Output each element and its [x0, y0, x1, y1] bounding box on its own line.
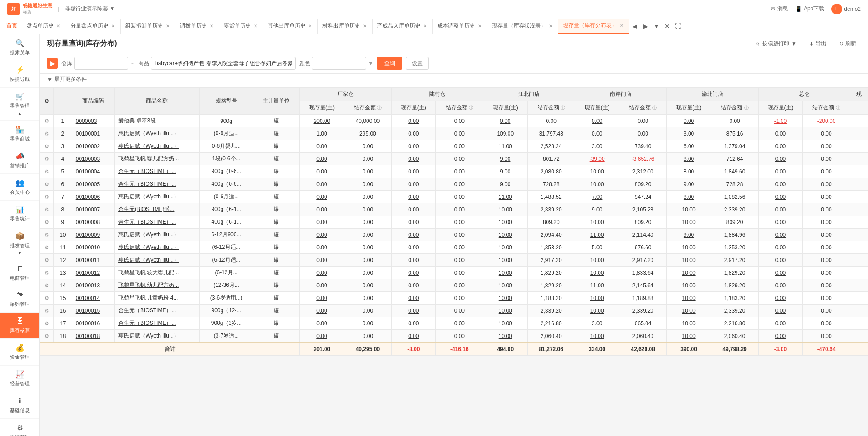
td-jb-qty[interactable]: 9.00: [483, 165, 528, 178]
td-l-qty[interactable]: 0.00: [392, 140, 436, 153]
td-name[interactable]: 合生元（BIOSTIME）...: [115, 165, 200, 178]
td-na-qty[interactable]: 9.00: [575, 203, 619, 216]
td-na-qty[interactable]: 3.00: [575, 140, 619, 153]
tab-fullscreen[interactable]: ⛶: [673, 21, 684, 32]
td-na-qty[interactable]: 0.00: [575, 127, 619, 140]
td-tz-qty[interactable]: -1.00: [759, 115, 803, 127]
td-l-qty[interactable]: 0.00: [392, 115, 436, 127]
td-yb-qty[interactable]: 10.00: [667, 317, 711, 330]
tab-close-10[interactable]: ✕: [548, 23, 553, 29]
expand-conditions-btn[interactable]: ▼ 展开更多条件: [47, 75, 861, 83]
td-f-qty[interactable]: 0.00: [300, 216, 344, 229]
td-l-qty[interactable]: 0.00: [392, 165, 436, 178]
tab-7[interactable]: 材料出库单历史 ✕: [318, 19, 373, 34]
td-jb-qty[interactable]: 0.00: [483, 115, 528, 127]
td-name[interactable]: 飞鹤星飞帆 婴儿配方奶...: [115, 153, 200, 165]
settings-btn[interactable]: 设置: [406, 57, 429, 70]
sidebar-item-inventory[interactable]: 🗄 库存核算: [0, 313, 39, 339]
tab-close-9[interactable]: ✕: [477, 23, 482, 29]
td-yb-qty[interactable]: 8.00: [667, 153, 711, 165]
tab-close-2[interactable]: ✕: [110, 23, 116, 29]
app-download-btn[interactable]: 📱 App下载: [795, 5, 824, 13]
td-tz-qty[interactable]: 0.00: [759, 178, 803, 191]
td-jb-qty[interactable]: 10.00: [483, 317, 528, 330]
td-jb-qty[interactable]: 109.00: [483, 127, 528, 140]
td-gear[interactable]: ⚙: [40, 203, 54, 216]
td-name[interactable]: 飞鹤星飞帆 幼儿配方奶...: [115, 279, 200, 292]
td-f-qty[interactable]: 0.00: [300, 267, 344, 279]
td-na-qty[interactable]: 11.00: [575, 229, 619, 241]
td-yb-qty[interactable]: 10.00: [667, 267, 711, 279]
td-l-qty[interactable]: 0.00: [392, 267, 436, 279]
td-gear[interactable]: ⚙: [40, 317, 54, 330]
td-yb-qty[interactable]: 10.00: [667, 305, 711, 317]
goods-input[interactable]: [151, 57, 296, 70]
td-yb-qty[interactable]: 10.00: [667, 216, 711, 229]
td-tz-qty[interactable]: 0.00: [759, 317, 803, 330]
td-na-qty[interactable]: 10.00: [575, 305, 619, 317]
td-l-qty[interactable]: 0.00: [392, 127, 436, 140]
td-tz-qty[interactable]: 0.00: [759, 216, 803, 229]
td-gear[interactable]: ⚙: [40, 216, 54, 229]
table-container[interactable]: ⚙ 商品编码 商品名称 规格型号 主计量单位 厂家仓 陆村仓 江北门店 南岸门店…: [40, 87, 868, 436]
td-l-qty[interactable]: 0.00: [392, 317, 436, 330]
tab-nav-menu[interactable]: ▼: [651, 21, 662, 32]
sidebar-item-retail-mall[interactable]: 🏪 零售商城: [0, 121, 39, 147]
tab-10[interactable]: 现存量（库存状况表） ✕: [487, 19, 558, 34]
td-f-qty[interactable]: 0.00: [300, 292, 344, 305]
sidebar-item-marketing[interactable]: 📣 营销推广: [0, 147, 39, 174]
sidebar-item-wholesale[interactable]: 📦 批发管理 ▼: [0, 227, 39, 260]
td-gear[interactable]: ⚙: [40, 127, 54, 140]
tab-close-4[interactable]: ✕: [209, 23, 214, 29]
td-code[interactable]: 00100004: [72, 165, 114, 178]
tab-5[interactable]: 要货单历史 ✕: [219, 19, 263, 34]
td-code[interactable]: 00100009: [72, 229, 114, 241]
td-code[interactable]: 00100011: [72, 254, 114, 267]
td-gear[interactable]: ⚙: [40, 191, 54, 203]
td-na-qty[interactable]: 7.00: [575, 191, 619, 203]
jb-amt-info-icon[interactable]: ⓘ: [561, 105, 565, 110]
td-code[interactable]: 00100002: [72, 140, 114, 153]
td-na-qty[interactable]: 11.00: [575, 279, 619, 292]
td-yb-qty[interactable]: 8.00: [667, 191, 711, 203]
message-btn[interactable]: ✉ 消息: [771, 5, 788, 13]
td-l-qty[interactable]: 0.00: [392, 330, 436, 343]
td-gear[interactable]: ⚙: [40, 140, 54, 153]
print-btn[interactable]: 🖨 按模版打印 ▼: [750, 38, 801, 49]
tab-close-8[interactable]: ✕: [422, 23, 428, 29]
td-na-qty[interactable]: 0.00: [575, 115, 619, 127]
td-tz-qty[interactable]: 0.00: [759, 267, 803, 279]
td-tz-qty[interactable]: 0.00: [759, 330, 803, 343]
td-code[interactable]: 00100008: [72, 216, 114, 229]
td-name[interactable]: 惠氏启赋（Wyeth illu...）: [115, 191, 200, 203]
tab-8[interactable]: 产成品入库单历史 ✕: [373, 19, 433, 34]
td-gear[interactable]: ⚙: [40, 115, 54, 127]
td-tz-qty[interactable]: 0.00: [759, 279, 803, 292]
td-yb-qty[interactable]: 0.00: [667, 115, 711, 127]
tab-close-6[interactable]: ✕: [307, 23, 313, 29]
td-name[interactable]: 合生元(BIOSTIME)派...: [115, 203, 200, 216]
tz-amt-info-icon[interactable]: ⓘ: [836, 105, 840, 110]
td-code[interactable]: 00100007: [72, 203, 114, 216]
td-yb-qty[interactable]: 8.00: [667, 165, 711, 178]
td-tz-qty[interactable]: 0.00: [759, 191, 803, 203]
td-name[interactable]: 爱他美 卓萃3段: [115, 115, 200, 127]
td-f-qty[interactable]: 0.00: [300, 165, 344, 178]
td-tz-qty[interactable]: 0.00: [759, 241, 803, 254]
td-tz-qty[interactable]: 0.00: [759, 292, 803, 305]
th-gear[interactable]: ⚙: [40, 88, 54, 115]
td-code[interactable]: 00100013: [72, 279, 114, 292]
td-na-qty[interactable]: 10.00: [575, 330, 619, 343]
td-code[interactable]: 00100016: [72, 317, 114, 330]
td-na-qty[interactable]: 3.00: [575, 317, 619, 330]
tab-nav-left[interactable]: ◀: [629, 21, 640, 32]
td-gear[interactable]: ⚙: [40, 279, 54, 292]
td-na-qty[interactable]: 10.00: [575, 267, 619, 279]
sidebar-item-management[interactable]: 📈 经营管理: [0, 366, 39, 392]
td-name[interactable]: 合生元（BIOSTIME）...: [115, 305, 200, 317]
td-jb-qty[interactable]: 10.00: [483, 216, 528, 229]
td-code[interactable]: 00100015: [72, 305, 114, 317]
na-amt-info-icon[interactable]: ⓘ: [652, 105, 657, 110]
td-na-qty[interactable]: 10.00: [575, 292, 619, 305]
td-gear[interactable]: ⚙: [40, 254, 54, 267]
